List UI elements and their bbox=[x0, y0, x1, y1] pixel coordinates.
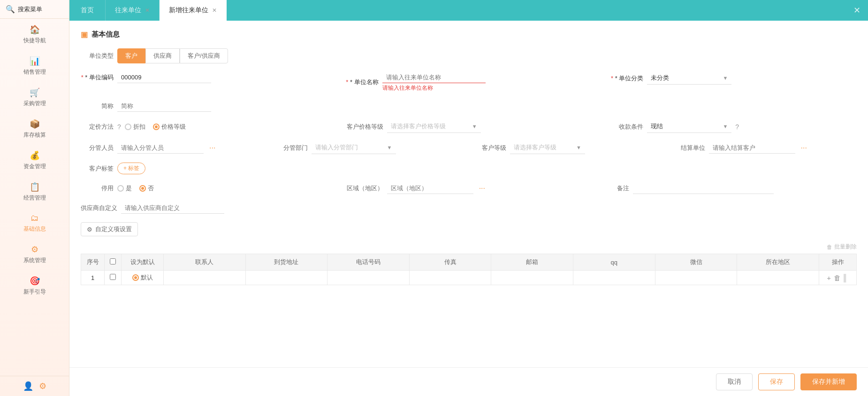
col-address: 到货地址 bbox=[245, 254, 327, 271]
batch-delete-area: 🗑 批量删除 bbox=[81, 243, 857, 251]
customer-level-select[interactable]: 请选择客户等级 ▼ bbox=[510, 141, 585, 154]
sidebar-item-quick-nav[interactable]: 🏠 快捷导航 bbox=[0, 19, 69, 50]
sidebar-item-system[interactable]: ⚙ 系统管理 bbox=[0, 239, 69, 270]
settlement-input[interactable] bbox=[709, 142, 795, 154]
customer-price-level-select[interactable]: 请选择客户价格等级 ▼ bbox=[387, 120, 481, 133]
discount-radio[interactable] bbox=[125, 124, 131, 130]
region-group: 区域（地区） ··· bbox=[346, 183, 592, 194]
row-phone[interactable] bbox=[327, 271, 410, 285]
disable-yes-radio[interactable] bbox=[117, 185, 124, 192]
sidebar-item-operations[interactable]: 📋 经营管理 bbox=[0, 176, 69, 208]
cancel-button[interactable]: 取消 bbox=[716, 373, 753, 390]
pricing-row: 定价方法 ? 折扣 价格等级 客户价格等级 请选择客户价格等级 bbox=[81, 120, 857, 133]
sidebar-item-purchase[interactable]: 🛒 采购管理 bbox=[0, 82, 69, 113]
pricing-help-icon[interactable]: ? bbox=[117, 123, 121, 131]
row-area-input[interactable] bbox=[742, 274, 814, 281]
remark-input[interactable] bbox=[633, 183, 774, 194]
row-contact[interactable] bbox=[164, 271, 246, 285]
row-default-radio[interactable] bbox=[132, 274, 139, 281]
disable-no[interactable]: 否 bbox=[139, 184, 154, 193]
sidebar-item-sales[interactable]: 📊 销售管理 bbox=[0, 50, 69, 82]
payment-help-icon[interactable]: ? bbox=[735, 123, 739, 131]
manager-input[interactable] bbox=[117, 142, 204, 154]
payment-condition-select[interactable]: 现结 ▼ bbox=[647, 120, 731, 133]
settings-icon[interactable]: ⚙ bbox=[39, 381, 46, 391]
user-icon[interactable]: 👤 bbox=[23, 381, 33, 391]
window-close-button[interactable]: ✕ bbox=[853, 5, 860, 16]
tab-partner-close[interactable]: ✕ bbox=[145, 7, 150, 14]
short-name-input[interactable] bbox=[117, 101, 211, 112]
row-area[interactable] bbox=[737, 271, 819, 285]
remark-label: 备注 bbox=[610, 184, 629, 193]
pricing-price-level[interactable]: 价格等级 bbox=[153, 123, 186, 131]
row-qq-input[interactable] bbox=[578, 274, 650, 281]
row-email[interactable] bbox=[491, 271, 573, 285]
tab-home-label: 首页 bbox=[81, 6, 94, 15]
sidebar-item-label: 采购管理 bbox=[23, 100, 46, 108]
unit-name-input[interactable] bbox=[382, 72, 486, 83]
tab-add-partner-close[interactable]: ✕ bbox=[212, 7, 217, 14]
unit-type-both[interactable]: 客户/供应商 bbox=[180, 48, 228, 63]
row-address[interactable] bbox=[245, 271, 327, 285]
save-button[interactable]: 保存 bbox=[758, 373, 795, 390]
department-select[interactable]: 请输入分管部门 ▼ bbox=[312, 141, 396, 154]
customer-level-placeholder: 请选择客户等级 bbox=[514, 143, 576, 152]
row-wechat-input[interactable] bbox=[660, 274, 732, 281]
row-add-button[interactable]: + bbox=[827, 274, 831, 282]
manager-more-btn[interactable]: ··· bbox=[207, 144, 217, 152]
unit-type-supplier[interactable]: 供应商 bbox=[145, 48, 180, 63]
chevron-down-icon: ▼ bbox=[723, 75, 728, 81]
unit-type-label: 单位类型 bbox=[81, 52, 114, 60]
col-phone: 电话号码 bbox=[327, 254, 410, 271]
row-contact-input[interactable] bbox=[168, 274, 241, 281]
chevron-down-icon4: ▼ bbox=[387, 145, 392, 150]
batch-delete-label: 批量删除 bbox=[834, 243, 857, 251]
row-scroll-handle[interactable]: ▌ bbox=[844, 274, 849, 282]
sidebar-item-label: 经营管理 bbox=[23, 194, 46, 202]
payment-condition-label: 收款条件 bbox=[610, 123, 643, 131]
sidebar-item-finance[interactable]: 💰 资金管理 bbox=[0, 145, 69, 176]
disable-region-row: 停用 是 否 区域（地区） ··· 备注 bbox=[81, 183, 857, 194]
row-checkbox-cell bbox=[105, 271, 122, 285]
sidebar-item-newbie[interactable]: 🎯 新手引导 bbox=[0, 270, 69, 302]
tab-partner-list[interactable]: 往来单位 ✕ bbox=[106, 0, 160, 21]
unit-category-group: * * 单位分类 未分类 ▼ bbox=[610, 72, 857, 85]
add-tag-button[interactable]: + 标签 bbox=[117, 163, 145, 174]
sidebar-search[interactable]: 🔍 搜索菜单 bbox=[0, 0, 69, 19]
region-input[interactable] bbox=[387, 183, 473, 194]
disable-yes[interactable]: 是 bbox=[117, 184, 132, 193]
chevron-down-icon3: ▼ bbox=[723, 124, 728, 129]
sidebar-item-inventory[interactable]: 📦 库存核算 bbox=[0, 113, 69, 145]
select-all-checkbox[interactable] bbox=[110, 258, 116, 264]
sidebar-item-basics[interactable]: 🗂 基础信息 bbox=[0, 208, 69, 239]
sidebar-search-label: 搜索菜单 bbox=[18, 5, 42, 14]
unit-code-input[interactable] bbox=[117, 72, 211, 83]
disable-no-radio[interactable] bbox=[139, 185, 146, 192]
unit-type-group-container: 单位类型 客户 供应商 客户/供应商 bbox=[81, 48, 857, 63]
tab-add-partner[interactable]: 新增往来单位 ✕ bbox=[160, 0, 227, 21]
unit-name-group: * * 单位名称 请输入往来单位名称 bbox=[346, 72, 592, 92]
short-name-label: 简称 bbox=[81, 102, 114, 110]
row-fax[interactable] bbox=[409, 271, 491, 285]
customer-tag-group: 客户标签 + 标签 bbox=[81, 163, 857, 174]
row-address-input[interactable] bbox=[251, 274, 323, 281]
settlement-more-btn[interactable]: ··· bbox=[799, 144, 809, 152]
region-more-btn[interactable]: ··· bbox=[477, 184, 487, 193]
custom-setting-button[interactable]: ⚙ 自定义项设置 bbox=[81, 222, 138, 236]
row-email-input[interactable] bbox=[496, 274, 568, 281]
row-qq[interactable] bbox=[573, 271, 655, 285]
row-delete-button[interactable]: 🗑 bbox=[834, 274, 841, 282]
row-default-radio-item[interactable]: 默认 bbox=[126, 273, 159, 282]
row-fax-input[interactable] bbox=[414, 274, 487, 281]
pricing-discount[interactable]: 折扣 bbox=[125, 123, 145, 131]
save-and-new-button[interactable]: 保存并新增 bbox=[800, 373, 857, 390]
price-level-radio[interactable] bbox=[153, 124, 160, 130]
row-phone-input[interactable] bbox=[332, 274, 404, 281]
row-wechat[interactable] bbox=[655, 271, 737, 285]
row-checkbox[interactable] bbox=[110, 274, 116, 280]
batch-delete-button[interactable]: 🗑 批量删除 bbox=[827, 243, 857, 251]
supplier-custom-input[interactable] bbox=[121, 202, 224, 214]
tab-home[interactable]: 首页 bbox=[69, 0, 106, 21]
unit-category-select[interactable]: 未分类 ▼ bbox=[647, 72, 731, 85]
unit-type-customer[interactable]: 客户 bbox=[117, 48, 145, 63]
